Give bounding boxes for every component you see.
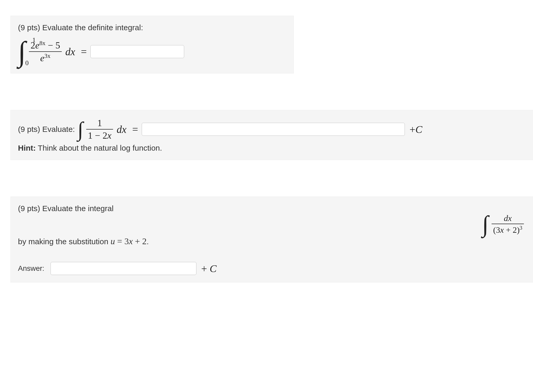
problem-2-hint: Hint: Think about the natural log functi… [18,144,529,152]
integrand-fraction: dx (3x + 2)3 [492,213,524,235]
numerator: dx [502,213,513,224]
answer-label: Answer: [18,264,44,273]
problem-1-prompt: (9 pts) Evaluate the definite integral: [18,23,286,32]
integral-sign: ∫ [482,212,488,236]
integral-sign: ∫ [77,119,83,140]
hint-text: Think about the natural log function. [36,144,162,152]
answer-row: Answer: + C [18,262,529,275]
denominator: e3x [39,52,52,64]
dx: dx [65,46,75,58]
problem-1-equation-row: ∫ 1 0 2e8x − 5 e3x dx = [18,37,286,66]
lower-limit: 0 [25,60,29,66]
definite-integral: ∫ 1 0 2e8x − 5 e3x dx = [18,37,90,66]
problem-2-equation-row: (9 pts) Evaluate: ∫ 1 1 − 2x dx = +C [18,118,529,141]
dx: dx [117,123,127,136]
problem-2-prompt: (9 pts) Evaluate: [18,125,75,134]
problem-3-prompt: (9 pts) Evaluate the integral [18,204,529,213]
answer-input-2[interactable] [142,123,405,136]
answer-input-3[interactable] [51,262,196,275]
plus-c: + C [201,262,216,275]
equals-sign: = [81,46,87,58]
integrand-fraction: 1 1 − 2x [86,118,113,141]
answer-input-1[interactable] [90,45,184,58]
problem-2: (9 pts) Evaluate: ∫ 1 1 − 2x dx = +C Hin… [10,110,533,160]
page-content: (9 pts) Evaluate the definite integral: … [0,0,533,298]
equals-sign: = [132,123,138,136]
denominator: (3x + 2)3 [492,224,524,235]
indefinite-integral: ∫ 1 1 − 2x dx = [77,118,142,141]
problem-1: (9 pts) Evaluate the definite integral: … [10,16,294,74]
plus-c: +C [410,123,422,136]
denominator: 1 − 2x [86,130,113,141]
numerator: 1 [96,118,104,129]
hint-label: Hint: [18,144,36,152]
substitution-line: by making the substitution u = 3x + 2. [18,236,529,246]
problem-3-integral: ∫ dx (3x + 2)3 [482,212,525,236]
integral-sign: ∫ 1 0 [18,37,26,66]
problem-3: (9 pts) Evaluate the integral ∫ dx (3x +… [10,197,533,283]
upper-limit: 1 [32,37,36,44]
